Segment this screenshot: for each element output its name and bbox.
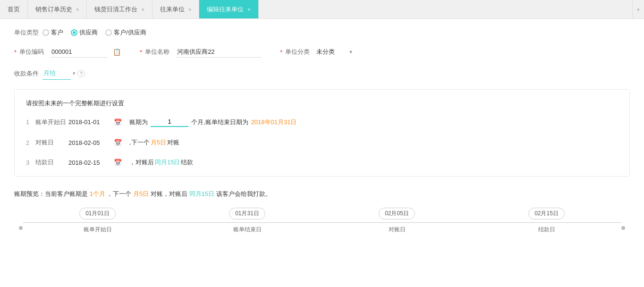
- tab-cash-close-icon[interactable]: ×: [141, 7, 144, 12]
- row-1-date: 2018-01-01: [68, 118, 111, 126]
- row-2-label: 对账日: [35, 138, 68, 147]
- tab-partner-close-icon[interactable]: ×: [188, 7, 191, 12]
- timeline-line-4: [472, 222, 621, 223]
- unit-code-copy-icon[interactable]: 📋: [113, 48, 121, 56]
- radio-supplier-circle: [71, 29, 77, 36]
- unit-name-input[interactable]: [176, 46, 261, 58]
- unit-code-input[interactable]: [51, 46, 107, 58]
- preview-part2: 月5日: [133, 190, 149, 197]
- timeline-node-2: 01月31日 账单结束日: [172, 208, 322, 234]
- unit-type-radio-group: 客户 供应商 客户/供应商: [42, 28, 146, 37]
- tab-more-button[interactable]: ›: [632, 0, 644, 18]
- preview-mid1: ，下一个: [107, 190, 131, 197]
- row-3-suffix: 结款: [181, 158, 193, 167]
- timeline-badge-4: 02月15日: [528, 208, 565, 219]
- period-value-input[interactable]: [151, 117, 188, 127]
- payment-condition-label: 收款条件: [14, 69, 39, 78]
- row-1-num: 1: [26, 118, 35, 126]
- timeline-line-1: [23, 222, 172, 223]
- radio-both-label: 客户/供应商: [114, 28, 146, 37]
- preview-part1: 1个月: [90, 190, 105, 197]
- unit-code-field: * 单位编码 📋: [14, 46, 121, 58]
- row-3-desc: ，对账后 同月15日 结款: [129, 158, 618, 167]
- unit-category-field: * 单位分类 未分类 ▾: [280, 48, 352, 56]
- tab-home[interactable]: 首页: [0, 0, 28, 18]
- row-2-desc: ,下一个 月5日 对账: [129, 138, 618, 147]
- timeline-label-4: 结款日: [538, 226, 555, 234]
- help-icon[interactable]: ?: [77, 70, 85, 77]
- unit-category-value: 未分类: [316, 48, 345, 56]
- timeline-node-1: 01月01日 账单开始日: [23, 208, 172, 234]
- row-2-highlight: 月5日: [151, 138, 166, 147]
- row-1-desc: 账期为 个月,账单结束日期为 2018年01月31日: [129, 117, 618, 127]
- tab-home-label: 首页: [8, 5, 20, 14]
- radio-customer-label: 客户: [51, 28, 63, 37]
- timeline-badge-3: 02月05日: [379, 208, 415, 219]
- section-row-3: 3 结款日 2018-02-15 📅 ，对账后 同月15日 结款: [26, 158, 618, 167]
- category-dropdown-icon[interactable]: ▾: [349, 49, 352, 55]
- unit-category-required: *: [280, 49, 282, 56]
- tab-edit-partner-close-icon[interactable]: ×: [247, 7, 250, 12]
- radio-customer-circle: [42, 29, 49, 36]
- tab-edit-partner[interactable]: 编辑往来单位 ×: [199, 0, 258, 18]
- row-1-cal-icon[interactable]: 📅: [114, 118, 122, 126]
- preview-suffix: 该客户会给我打款。: [216, 190, 271, 197]
- row-1-label: 账单开始日: [35, 118, 68, 127]
- payment-dropdown-arrow-icon: ▾: [73, 70, 76, 76]
- payment-condition-value: 月结: [42, 67, 71, 80]
- tab-sales-order[interactable]: 销售订单历史 ×: [28, 0, 87, 18]
- timeline-end: [621, 212, 625, 230]
- row-3-label: 结款日: [35, 158, 68, 167]
- preview-text: 账期预览：当前客户账期是 1个月 ，下一个 月5日 对账，对账后 同月15日 该…: [14, 190, 630, 198]
- timeline-start-dot: [19, 226, 23, 230]
- radio-both-circle: [105, 29, 112, 36]
- tab-edit-partner-label: 编辑往来单位: [207, 5, 244, 14]
- radio-both[interactable]: 客户/供应商: [105, 28, 146, 37]
- payment-condition-row: 收款条件 月结 ▾ ?: [14, 67, 630, 80]
- unit-type-row: 单位类型 客户 供应商 客户/供应商: [14, 28, 630, 37]
- row-2-prefix: ,下一个: [129, 138, 150, 147]
- tab-cash-label: 钱货日清工作台: [94, 5, 137, 14]
- period-settings-section: 请按照未来的一个完整帐期进行设置 1 账单开始日 2018-01-01 📅 账期…: [14, 89, 630, 177]
- timeline-label-3: 对账日: [389, 226, 406, 234]
- preview-part3: 同月15日: [189, 190, 214, 197]
- tab-partner[interactable]: 往来单位 ×: [153, 0, 199, 18]
- row-3-cal-icon[interactable]: 📅: [114, 159, 122, 166]
- tab-bar: 首页 销售订单历史 × 钱货日清工作台 × 往来单位 × 编辑往来单位 × ›: [0, 0, 644, 19]
- timeline-badge-1: 01月01日: [79, 208, 116, 219]
- unit-name-required: *: [140, 49, 142, 56]
- unit-name-label: 单位名称: [145, 48, 169, 56]
- radio-supplier[interactable]: 供应商: [71, 28, 98, 37]
- row-2-date: 2018-02-05: [68, 139, 111, 146]
- unit-code-label: 单位编码: [19, 48, 44, 56]
- timeline-line-3: [322, 222, 472, 223]
- tab-sales-close-icon[interactable]: ×: [76, 7, 79, 12]
- row-2-cal-icon[interactable]: 📅: [114, 139, 122, 146]
- unit-code-required: *: [14, 49, 17, 56]
- section-title: 请按照未来的一个完整帐期进行设置: [26, 99, 618, 108]
- row-3-date: 2018-02-15: [68, 159, 111, 166]
- radio-customer[interactable]: 客户: [42, 28, 63, 37]
- unit-type-label: 单位类型: [14, 28, 39, 37]
- tab-cash-work[interactable]: 钱货日清工作台 ×: [87, 0, 152, 18]
- tab-sales-label: 销售订单历史: [35, 5, 72, 14]
- preview-label: 账期预览：当前客户账期是: [14, 190, 88, 197]
- row-3-prefix: ，对账后: [129, 158, 154, 167]
- timeline-start: [19, 212, 23, 230]
- timeline-end-dot: [621, 226, 625, 230]
- row-2-suffix: 对账: [167, 138, 179, 147]
- row-3-highlight: 同月15日: [155, 158, 180, 167]
- payment-condition-dropdown[interactable]: 月结 ▾: [42, 67, 76, 80]
- section-row-2: 2 对账日 2018-02-05 📅 ,下一个 月5日 对账: [26, 138, 618, 147]
- row-1-desc-prefix: 账期为: [129, 118, 148, 127]
- section-row-1: 1 账单开始日 2018-01-01 📅 账期为 个月,账单结束日期为 2018…: [26, 117, 618, 127]
- timeline-badge-2: 01月31日: [229, 208, 265, 219]
- timeline-label-1: 账单开始日: [84, 226, 112, 234]
- timeline: 01月01日 账单开始日 01月31日 账单结束日 02月05日 对账日 02月…: [14, 208, 630, 234]
- unit-fields-row: * 单位编码 📋 * 单位名称 * 单位分类 未分类 ▾: [14, 46, 630, 58]
- timeline-label-2: 账单结束日: [233, 226, 262, 234]
- timeline-node-3: 02月05日 对账日: [322, 208, 472, 234]
- row-1-highlight: 2018年01月31日: [251, 118, 297, 127]
- timeline-node-4: 02月15日 结款日: [472, 208, 621, 234]
- radio-supplier-label: 供应商: [79, 28, 98, 37]
